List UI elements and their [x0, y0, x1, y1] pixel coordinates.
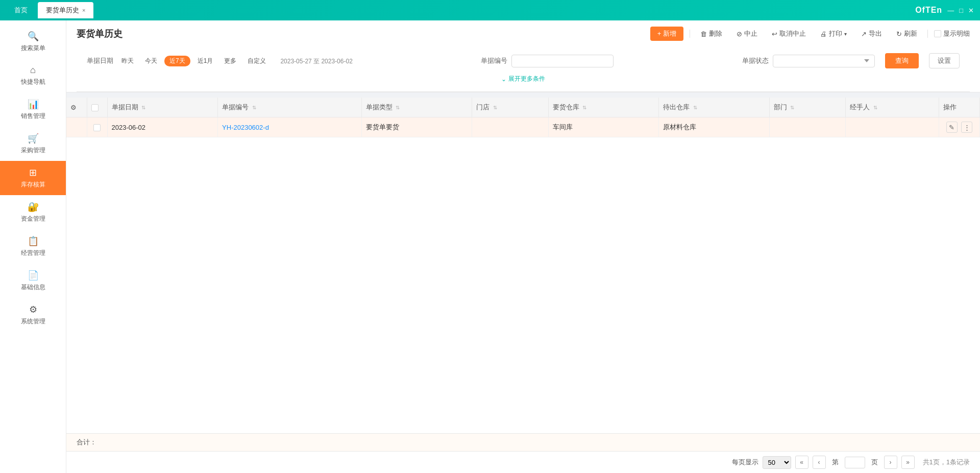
export-button[interactable]: ↗ 导出: [857, 27, 886, 40]
th-settings: ⚙: [66, 98, 87, 117]
settings-col-icon[interactable]: ⚙: [70, 104, 77, 111]
inventory-icon: ⊞: [29, 167, 37, 178]
query-button[interactable]: 查询: [885, 53, 919, 68]
next-page-button[interactable]: ›: [884, 456, 897, 469]
sidebar-item-inventory[interactable]: ⊞ 库存核算: [0, 161, 66, 195]
minimize-button[interactable]: —: [947, 7, 954, 14]
date-btn-last7days[interactable]: 近7天: [164, 56, 190, 66]
row-checkbox-cell: [87, 117, 107, 137]
top-bar: 首页 要货单历史 × OfTEn — □ ✕: [0, 0, 980, 20]
row-req-warehouse-value: 车间库: [553, 123, 573, 131]
row-checkbox[interactable]: [93, 124, 101, 131]
select-all-checkbox[interactable]: [91, 104, 99, 111]
date-quick-buttons: 昨天 今天 近7天 近1月 更多 自定义: [117, 56, 270, 66]
tab-close-icon[interactable]: ×: [82, 7, 85, 13]
close-window-button[interactable]: ✕: [968, 7, 974, 14]
tab-requisition-history[interactable]: 要货单历史 ×: [38, 2, 93, 18]
date-btn-more[interactable]: 更多: [220, 56, 240, 66]
doc-number-filter-group: 单据编号: [481, 55, 614, 67]
expand-more-btn[interactable]: ⌄ 展开更多条件: [87, 73, 960, 85]
date-range-group: 2023-05-27 至 2023-06-02: [280, 56, 352, 66]
date-btn-custom[interactable]: 自定义: [243, 56, 270, 66]
sidebar-item-operations-mgmt[interactable]: 📋 经营管理: [0, 229, 66, 264]
settings-button[interactable]: 设置: [929, 53, 960, 68]
sidebar-label-finance-mgmt: 资金管理: [21, 215, 45, 223]
export-label: 导出: [869, 29, 882, 38]
page-title: 要货单历史: [77, 28, 122, 40]
row-pending-warehouse: 原材料仓库: [659, 117, 770, 137]
sidebar-item-basic-info[interactable]: 📄 基础信息: [0, 264, 66, 298]
sidebar-item-purchase-mgmt[interactable]: 🛒 采购管理: [0, 127, 66, 161]
display-detail-toggle[interactable]: 显示明细: [934, 29, 970, 38]
display-detail-label: 显示明细: [943, 29, 970, 38]
export-icon: ↗: [861, 30, 867, 38]
tab-home[interactable]: 首页: [6, 2, 36, 18]
row-edit-icon[interactable]: ✎: [946, 122, 958, 133]
sort-req-warehouse-icon[interactable]: ⇅: [582, 105, 586, 110]
th-doc-number-label: 单据编号: [222, 103, 249, 111]
cancel-stop-button[interactable]: ↩ 取消中止: [768, 27, 810, 40]
th-handler: 经手人 ⇅: [846, 98, 939, 117]
page-label-before: 第: [832, 458, 839, 467]
sort-store-icon[interactable]: ⇅: [493, 105, 497, 110]
row-actions-cell: ✎ ⋮: [939, 117, 980, 137]
top-bar-right: OfTEn — □ ✕: [915, 6, 974, 15]
row-store: [472, 117, 548, 137]
row-req-warehouse: 车间库: [548, 117, 659, 137]
date-btn-today[interactable]: 今天: [141, 56, 161, 66]
page-size-label: 每页显示: [732, 458, 758, 467]
display-detail-checkbox[interactable]: [934, 30, 941, 37]
new-button[interactable]: + 新增: [650, 27, 683, 41]
refresh-icon: ↻: [896, 30, 902, 38]
sidebar-label-basic-info: 基础信息: [21, 283, 45, 292]
th-req-warehouse-label: 要货仓库: [553, 103, 579, 111]
row-settings: [66, 117, 87, 137]
sidebar-label-quick-nav: 快捷导航: [21, 78, 45, 86]
row-doc-type: 要货单要货: [361, 117, 472, 137]
sort-date-icon[interactable]: ⇅: [141, 105, 145, 110]
finance-mgmt-icon: 🔐: [28, 201, 39, 212]
tab-home-label: 首页: [14, 6, 28, 15]
last-page-button[interactable]: »: [901, 456, 915, 469]
sort-doc-type-icon[interactable]: ⇅: [396, 105, 400, 110]
row-handler: [846, 117, 939, 137]
stop-button[interactable]: ⊘ 中止: [732, 27, 762, 40]
refresh-button[interactable]: ↻ 刷新: [892, 27, 921, 40]
th-actions: 操作: [939, 98, 980, 117]
maximize-button[interactable]: □: [959, 7, 963, 14]
system-mgmt-icon: ⚙: [29, 304, 37, 315]
sidebar-item-sales-mgmt[interactable]: 📊 销售管理: [0, 92, 66, 127]
page-title-row: 要货单历史 + 新增 🗑 删除 ⊘ 中止 ↩ 取消中止: [77, 27, 970, 41]
print-label: 打印: [829, 29, 842, 38]
sidebar-item-search-menu[interactable]: 🔍 搜索菜单: [0, 25, 66, 59]
sort-pending-warehouse-icon[interactable]: ⇅: [693, 105, 697, 110]
brand-text: OfTEn: [915, 6, 942, 15]
doc-status-select[interactable]: [773, 55, 875, 67]
print-button[interactable]: 🖨 打印 ▾: [816, 27, 851, 40]
first-page-button[interactable]: «: [795, 456, 808, 469]
sort-doc-number-icon[interactable]: ⇅: [252, 105, 256, 110]
doc-number-input[interactable]: [511, 55, 614, 67]
sort-department-icon[interactable]: ⇅: [790, 105, 794, 110]
delete-button[interactable]: 🗑 删除: [696, 27, 726, 40]
date-btn-yesterday[interactable]: 昨天: [117, 56, 138, 66]
sidebar-item-finance-mgmt[interactable]: 🔐 资金管理: [0, 195, 66, 229]
quick-nav-icon: ⌂: [30, 65, 36, 76]
sidebar-label-sales-mgmt: 销售管理: [21, 112, 45, 121]
prev-page-button[interactable]: ‹: [813, 456, 826, 469]
sidebar-item-quick-nav[interactable]: ⌂ 快捷导航: [0, 59, 66, 92]
sidebar-item-system-mgmt[interactable]: ⚙ 系统管理: [0, 298, 66, 332]
sort-handler-icon[interactable]: ⇅: [873, 105, 877, 110]
doc-status-filter-group: 单据状态: [742, 55, 875, 67]
page-size-select[interactable]: 50 10 20 100: [763, 456, 791, 469]
cancel-stop-icon: ↩: [772, 30, 777, 38]
row-more-icon[interactable]: ⋮: [961, 122, 972, 133]
row-doc-number-link[interactable]: YH-20230602-d: [222, 124, 269, 131]
date-filter-group: 单据日期 昨天 今天 近7天 近1月 更多 自定义: [87, 56, 270, 66]
page-label-after: 页: [871, 458, 878, 467]
page-number-input[interactable]: 1: [845, 457, 865, 468]
table-container: ⚙ 单据日期 ⇅ 单据编号 ⇅: [66, 98, 980, 433]
th-store: 门店 ⇅: [472, 98, 548, 117]
print-icon: 🖨: [820, 30, 827, 38]
date-btn-last1month[interactable]: 近1月: [193, 56, 217, 66]
